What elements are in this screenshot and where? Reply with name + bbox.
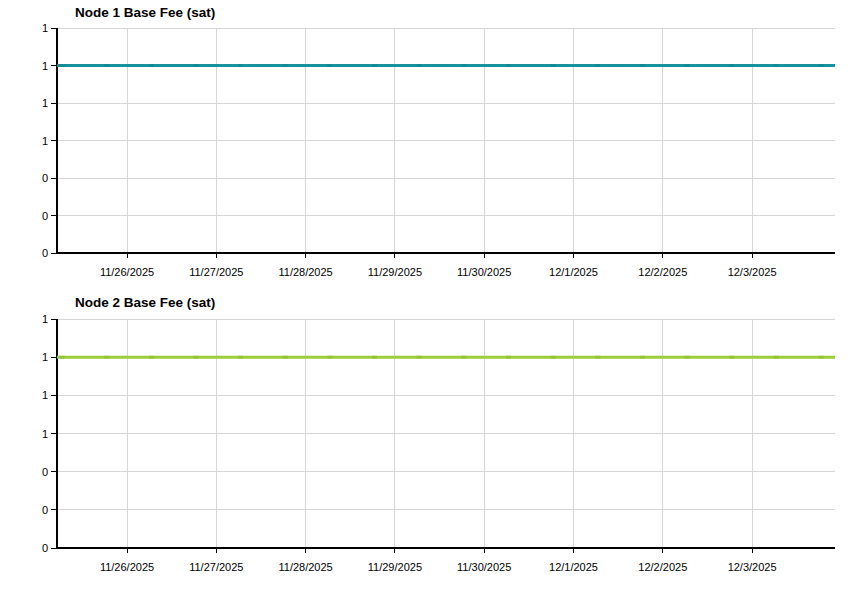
data-point-marker <box>685 356 690 359</box>
data-point-marker <box>595 356 600 359</box>
data-point-marker <box>372 64 377 67</box>
node2-chart-title: Node 2 Base Fee (sat) <box>75 295 215 310</box>
data-point-marker <box>149 356 154 359</box>
y-tick-label: 1 <box>42 135 48 147</box>
x-tick-label: 11/27/2025 <box>189 561 243 573</box>
node1-base-fee-chart: Node 1 Base Fee (sat) 111100011/26/20251… <box>0 0 860 290</box>
y-tick-label: 0 <box>42 210 48 222</box>
data-point-marker <box>327 356 332 359</box>
y-tick-label: 1 <box>42 351 48 363</box>
data-point-marker <box>193 64 198 67</box>
data-point-marker <box>104 356 109 359</box>
data-point-marker <box>283 64 288 67</box>
data-point-marker <box>417 64 422 67</box>
data-point-marker <box>819 356 824 359</box>
data-point-marker <box>372 356 377 359</box>
data-point-marker <box>283 356 288 359</box>
y-tick-label: 0 <box>42 172 48 184</box>
y-tick-label: 0 <box>42 542 48 554</box>
data-point-marker <box>774 64 779 67</box>
y-tick-label: 1 <box>42 97 48 109</box>
node1-chart-title: Node 1 Base Fee (sat) <box>75 5 215 20</box>
x-tick-label: 12/2/2025 <box>638 561 687 573</box>
x-tick-label: 11/29/2025 <box>368 266 422 278</box>
x-tick-label: 12/2/2025 <box>638 266 687 278</box>
data-point-marker <box>238 356 243 359</box>
data-point-marker <box>238 64 243 67</box>
y-tick-label: 0 <box>42 466 48 478</box>
data-point-marker <box>327 64 332 67</box>
y-tick-label: 1 <box>42 313 48 325</box>
x-tick-label: 12/1/2025 <box>549 561 598 573</box>
y-tick-label: 1 <box>42 389 48 401</box>
data-point-marker <box>595 64 600 67</box>
x-tick-label: 11/28/2025 <box>278 266 332 278</box>
node1-base-fee-plot: 111100011/26/202511/27/202511/28/202511/… <box>0 0 860 290</box>
data-point-marker <box>819 64 824 67</box>
x-tick-label: 12/3/2025 <box>728 266 777 278</box>
data-point-marker <box>417 356 422 359</box>
x-tick-label: 12/1/2025 <box>549 266 598 278</box>
data-point-marker <box>104 64 109 67</box>
data-point-marker <box>506 64 511 67</box>
data-point-marker <box>774 356 779 359</box>
data-point-marker <box>461 356 466 359</box>
x-tick-label: 11/26/2025 <box>100 266 154 278</box>
data-point-marker <box>149 64 154 67</box>
data-point-marker <box>729 64 734 67</box>
y-tick-label: 1 <box>42 428 48 440</box>
data-point-marker <box>506 356 511 359</box>
data-point-marker <box>551 356 556 359</box>
data-point-marker <box>193 356 198 359</box>
x-tick-label: 12/3/2025 <box>728 561 777 573</box>
y-tick-label: 0 <box>42 504 48 516</box>
y-tick-label: 0 <box>42 247 48 259</box>
x-tick-label: 11/29/2025 <box>368 561 422 573</box>
data-point-marker <box>640 356 645 359</box>
node2-base-fee-plot: 111100011/26/202511/27/202511/28/202511/… <box>0 290 860 600</box>
data-point-marker <box>60 64 65 67</box>
x-tick-label: 11/28/2025 <box>278 561 332 573</box>
data-point-marker <box>461 64 466 67</box>
y-tick-label: 1 <box>42 60 48 72</box>
y-tick-label: 1 <box>42 22 48 34</box>
x-tick-label: 11/30/2025 <box>457 561 511 573</box>
data-point-marker <box>685 64 690 67</box>
x-tick-label: 11/26/2025 <box>100 561 154 573</box>
data-point-marker <box>729 356 734 359</box>
data-point-marker <box>60 356 65 359</box>
node2-base-fee-chart: Node 2 Base Fee (sat) 111100011/26/20251… <box>0 290 860 600</box>
x-tick-label: 11/27/2025 <box>189 266 243 278</box>
data-point-marker <box>551 64 556 67</box>
data-point-marker <box>640 64 645 67</box>
x-tick-label: 11/30/2025 <box>457 266 511 278</box>
